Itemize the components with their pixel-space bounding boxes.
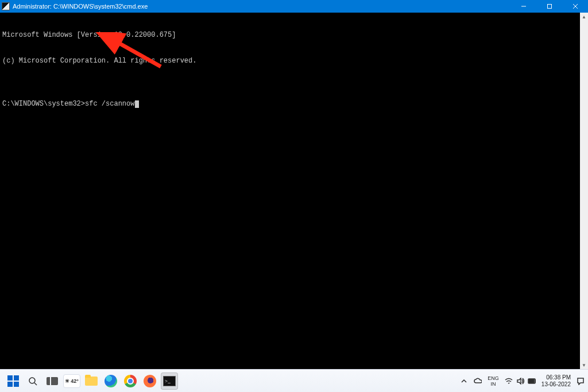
chevron-up-icon: [461, 378, 467, 385]
edge-icon: [105, 375, 117, 387]
window-titlebar[interactable]: Administrator: C:\WINDOWS\system32\cmd.e…: [0, 0, 588, 13]
window-controls: [510, 0, 588, 13]
svg-rect-8: [535, 380, 536, 382]
cmd-app-icon: [2, 2, 10, 10]
terminal-cursor: [135, 100, 139, 108]
onedrive-tray-icon[interactable]: [474, 377, 482, 385]
search-button[interactable]: [24, 372, 41, 390]
weather-chip: ☀ 42°: [63, 374, 80, 388]
scroll-down-arrow-icon[interactable]: ▼: [580, 361, 588, 369]
wifi-icon: [505, 377, 513, 385]
vertical-scrollbar[interactable]: ▲ ▼: [580, 13, 588, 369]
terminal-line: (c) Microsoft Corporation. All rights re…: [2, 57, 586, 65]
task-view-icon: [47, 377, 58, 385]
terminal-output[interactable]: Microsoft Windows [Version 10.0.22000.67…: [0, 13, 588, 369]
maximize-button[interactable]: [536, 0, 562, 13]
terminal-line: Microsoft Windows [Version 10.0.22000.67…: [2, 31, 586, 40]
svg-point-5: [29, 378, 35, 383]
minimize-button[interactable]: [510, 0, 536, 13]
system-tray: ENG IN 06:38 PM 13-06-2022: [460, 370, 585, 392]
battery-icon: [528, 377, 536, 385]
close-button[interactable]: [562, 0, 588, 13]
terminal-prompt-line: C:\WINDOWS\system32>sfc /scannow: [2, 100, 586, 108]
cmd-taskbar-button[interactable]: [161, 372, 178, 390]
scrollbar-track[interactable]: [580, 21, 588, 361]
terminal-prompt: C:\WINDOWS\system32>: [2, 100, 85, 108]
edge-button[interactable]: [102, 372, 119, 390]
cloud-icon: [474, 378, 482, 385]
terminal-icon: [163, 376, 176, 386]
lang-primary: ENG: [488, 375, 499, 381]
window-title: Administrator: C:\WINDOWS\system32\cmd.e…: [13, 3, 510, 10]
svg-rect-9: [529, 379, 534, 383]
network-volume-battery[interactable]: [505, 377, 536, 385]
scroll-up-arrow-icon[interactable]: ▲: [580, 13, 588, 21]
firefox-icon: [144, 375, 156, 387]
file-explorer-button[interactable]: [83, 372, 100, 390]
terminal-window: Microsoft Windows [Version 10.0.22000.67…: [0, 13, 588, 369]
tray-overflow-button[interactable]: [460, 377, 468, 385]
taskbar-left: ☀ 42°: [0, 372, 178, 390]
notification-icon: [577, 377, 585, 385]
weather-widget[interactable]: ☀ 42°: [63, 372, 80, 390]
terminal-command: sfc /scannow: [85, 100, 134, 108]
clock-date: 13-06-2022: [541, 381, 571, 388]
language-indicator[interactable]: ENG IN: [488, 375, 499, 387]
svg-rect-1: [547, 5, 551, 9]
weather-temp: 42°: [71, 378, 79, 384]
task-view-button[interactable]: [44, 372, 61, 390]
volume-icon: [516, 377, 524, 385]
windows-logo-icon: [7, 375, 19, 387]
lang-secondary: IN: [491, 381, 496, 387]
svg-line-6: [34, 383, 37, 385]
clock-time: 06:38 PM: [546, 374, 571, 381]
search-icon: [28, 376, 38, 386]
taskbar: ☀ 42° ENG IN: [0, 369, 588, 392]
sun-icon: ☀: [65, 378, 69, 384]
chrome-icon: [124, 375, 137, 387]
start-button[interactable]: [5, 372, 22, 390]
clock[interactable]: 06:38 PM 13-06-2022: [541, 374, 571, 388]
notifications-button[interactable]: [577, 377, 585, 385]
firefox-button[interactable]: [141, 372, 158, 390]
chrome-button[interactable]: [122, 372, 139, 390]
folder-icon: [85, 377, 98, 386]
